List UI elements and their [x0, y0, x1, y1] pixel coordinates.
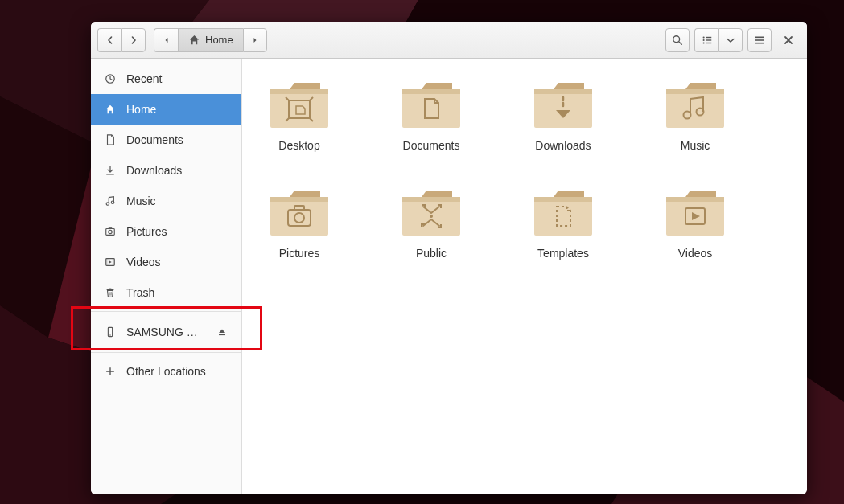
folder-pictures[interactable]: Pictures	[263, 184, 336, 260]
sidebar-item-downloads[interactable]: Downloads	[91, 155, 241, 186]
svg-point-24	[109, 230, 112, 233]
triangle-right-icon	[252, 37, 258, 43]
svg-rect-48	[666, 89, 724, 94]
folder-label: Music	[681, 139, 710, 152]
svg-rect-64	[685, 208, 705, 224]
svg-rect-26	[106, 259, 115, 266]
back-button[interactable]	[97, 28, 121, 52]
svg-rect-10	[706, 36, 711, 37]
chevron-left-icon	[106, 36, 114, 44]
folder-videos[interactable]: Videos	[659, 184, 731, 260]
svg-rect-23	[106, 229, 115, 236]
svg-rect-14	[706, 42, 711, 43]
path-location-label: Home	[205, 34, 233, 46]
svg-point-21	[111, 201, 114, 204]
svg-rect-58	[402, 197, 460, 202]
forward-button[interactable]	[121, 28, 146, 52]
sidebar-item-label: SAMSUNG …	[126, 326, 208, 338]
folder-label: Documents	[403, 139, 460, 152]
svg-rect-25	[109, 227, 112, 229]
path-location-home[interactable]: Home	[178, 28, 243, 52]
sidebar-item-recent[interactable]: Recent	[91, 64, 241, 94]
svg-rect-42	[402, 89, 460, 94]
sidebar-item-trash[interactable]: Trash	[91, 277, 241, 308]
sidebar-item-device-samsung[interactable]: SAMSUNG …	[91, 317, 241, 347]
hamburger-icon	[754, 35, 765, 46]
svg-rect-63	[666, 197, 724, 202]
eject-button[interactable]	[217, 326, 228, 338]
home-icon	[104, 103, 117, 116]
sidebar-item-documents[interactable]: Documents	[91, 125, 241, 155]
folder-label: Pictures	[279, 247, 320, 260]
svg-line-8	[679, 41, 681, 43]
svg-rect-44	[534, 89, 592, 94]
svg-rect-35	[219, 334, 225, 336]
sidebar-item-label: Other Locations	[126, 365, 228, 378]
svg-point-50	[684, 112, 691, 119]
sidebar-item-label: Documents	[126, 133, 228, 146]
svg-point-7	[673, 35, 680, 42]
svg-rect-61	[534, 197, 592, 202]
svg-rect-28	[113, 259, 115, 266]
sidebar-item-videos[interactable]: Videos	[91, 247, 241, 277]
folder-music[interactable]: Music	[659, 76, 731, 152]
recent-icon	[104, 72, 117, 85]
close-button[interactable]	[776, 28, 801, 52]
search-button[interactable]	[665, 28, 690, 52]
sidebar-item-label: Videos	[126, 256, 228, 268]
sidebar-item-label: Music	[126, 195, 228, 207]
nav-buttons	[97, 28, 146, 52]
svg-rect-15	[755, 36, 764, 38]
svg-rect-54	[288, 210, 311, 226]
chevron-right-icon	[130, 36, 138, 44]
folder-public[interactable]: Public	[395, 184, 467, 260]
svg-rect-33	[108, 327, 112, 336]
chevron-down-icon	[727, 36, 735, 44]
path-prev-button[interactable]	[154, 28, 178, 52]
svg-rect-43	[534, 89, 592, 128]
close-icon	[784, 35, 793, 45]
svg-rect-62	[666, 197, 724, 236]
folder-label: Public	[416, 247, 447, 260]
view-options-button[interactable]	[718, 28, 743, 52]
folder-icon	[267, 76, 331, 133]
sidebar-item-label: Pictures	[126, 225, 228, 238]
sidebar: Recent Home Documents Downloads Music Pi…	[91, 59, 242, 494]
sidebar-item-music[interactable]: Music	[91, 186, 241, 216]
sidebar-item-home[interactable]: Home	[91, 94, 241, 125]
svg-rect-41	[402, 89, 460, 128]
path-bar: Home	[154, 28, 267, 52]
svg-point-34	[109, 334, 110, 335]
svg-rect-40	[289, 100, 310, 118]
sidebar-item-other-locations[interactable]: Other Locations	[91, 356, 241, 387]
search-icon	[672, 35, 683, 46]
sidebar-separator	[91, 352, 241, 353]
folder-icon	[399, 76, 463, 133]
home-icon	[188, 34, 200, 46]
folder-label: Templates	[537, 247, 589, 260]
list-view-button[interactable]	[694, 28, 718, 52]
svg-rect-17	[755, 42, 764, 43]
sidebar-item-pictures[interactable]: Pictures	[91, 216, 241, 247]
list-view-icon	[702, 35, 713, 46]
documents-icon	[104, 133, 117, 146]
file-manager-window: Home Recent	[91, 22, 807, 494]
folder-icon	[267, 184, 331, 240]
window-body: Recent Home Documents Downloads Music Pi…	[91, 59, 807, 494]
svg-rect-57	[402, 197, 460, 236]
folder-icon	[663, 76, 727, 133]
svg-rect-38	[270, 89, 328, 128]
sidebar-item-label: Downloads	[126, 164, 228, 177]
folder-desktop[interactable]: Desktop	[263, 76, 336, 152]
folder-templates[interactable]: Templates	[527, 184, 599, 260]
sidebar-separator	[91, 311, 241, 312]
svg-rect-12	[706, 39, 711, 40]
sidebar-item-label: Home	[126, 103, 228, 116]
menu-button[interactable]	[747, 28, 772, 52]
folder-documents[interactable]: Documents	[395, 76, 467, 152]
svg-point-20	[106, 203, 109, 206]
svg-point-51	[697, 109, 704, 116]
folder-downloads[interactable]: Downloads	[527, 76, 599, 152]
svg-rect-39	[270, 89, 328, 94]
path-next-button[interactable]	[243, 28, 267, 52]
